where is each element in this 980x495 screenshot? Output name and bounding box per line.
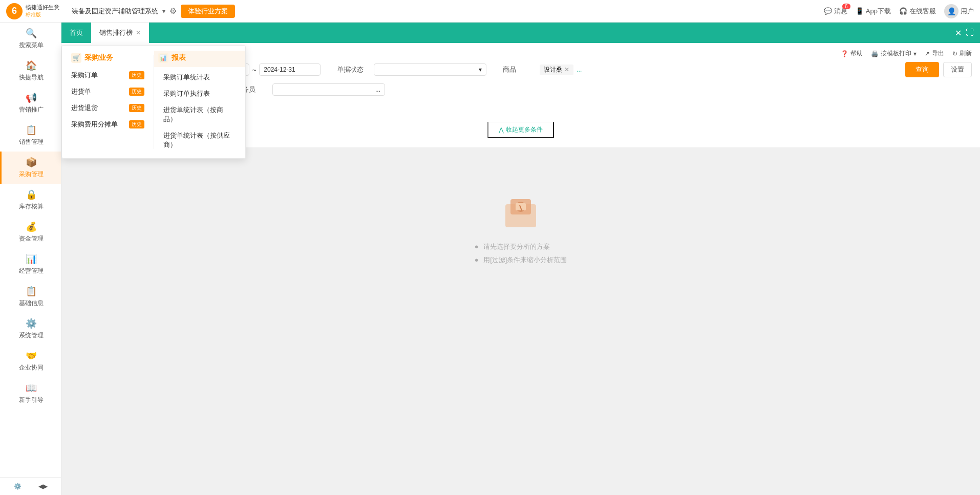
sidebar-label-cooperation: 企业协同	[19, 363, 44, 372]
empty-hints: ● 请先选择要分析的方案 ● 用[过滤]条件来缩小分析范围	[475, 240, 567, 267]
date-end-input[interactable]	[259, 63, 321, 76]
export-btn[interactable]: ↗ 导出	[925, 49, 944, 58]
order-status-select[interactable]: ▾	[374, 63, 486, 76]
sidebar-item-marketing[interactable]: 📢 营销推广	[0, 87, 61, 119]
goods-filter: 设计桑 ✕ ...	[540, 64, 899, 75]
collapse-icon: ⋀	[499, 126, 504, 134]
action-btns: 查询 设置	[905, 62, 972, 77]
goods-more-btn[interactable]: ...	[577, 66, 582, 73]
sidebar-label-newbie: 新手引导	[19, 396, 44, 404]
collapse-btn[interactable]: ⋀ 收起更多条件	[487, 122, 554, 138]
sidebar-item-inventory[interactable]: 🔒 库存核算	[0, 184, 61, 216]
tab-sales-rank[interactable]: 销售排行榜 ✕	[91, 23, 149, 43]
user-menu-btn[interactable]: 👤 用户	[944, 4, 974, 18]
history-badge-4: 历史	[129, 120, 144, 128]
report-section-header: 📊 报表	[154, 51, 246, 67]
sidebar-label-system: 系统管理	[19, 331, 44, 340]
sidebar-label-finance: 资金管理	[19, 234, 44, 243]
sidebar-bottom: ⚙️ ◀▶	[0, 477, 61, 495]
industry-btn[interactable]: 体验行业方案	[181, 5, 235, 18]
basic-icon: 📋	[26, 286, 37, 297]
empty-illustration	[495, 189, 546, 230]
app-download-btn[interactable]: 📱 App下载	[856, 7, 891, 16]
finance-icon: 💰	[26, 221, 37, 232]
hint2: 用[过滤]条件来缩小分析范围	[483, 256, 567, 264]
purchase-section-header: 🛒 采购业务	[67, 51, 148, 67]
help-label: 帮助	[850, 49, 863, 58]
sidebar-collapse-btn[interactable]: ◀▶	[38, 483, 48, 490]
notification-badge: 6	[842, 4, 850, 9]
system-dropdown-btn[interactable]: ▾	[162, 8, 165, 15]
message-icon: 💬	[824, 7, 832, 15]
report-menu-section: 📊 报表 采购订单统计表 采购订单执行表 进货单统计表（按商品） 进货单统计表（…	[154, 51, 246, 153]
purchase-menu-section: 🛒 采购业务 采购订单 历史 进货单 历史 进货退货 历史 采购费用分摊单 历史	[62, 51, 154, 153]
search-icon: 🔍	[26, 28, 37, 39]
sidebar-item-purchase[interactable]: 📦 采购管理	[0, 152, 61, 184]
sidebar-item-newbie[interactable]: 📖 新手引导	[0, 377, 61, 410]
sidebar-item-cooperation[interactable]: 🤝 企业协同	[0, 345, 61, 377]
salesman-select[interactable]: ...	[272, 83, 385, 96]
tab-bar: 首页 销售排行榜 ✕ ✕ ⛶	[61, 23, 980, 43]
sales-icon: 📋	[26, 124, 37, 136]
system-icon: ⚙️	[26, 318, 37, 329]
notification-btn[interactable]: 💬 消息 6	[824, 7, 847, 16]
menu-item-purchase-order[interactable]: 采购订单 历史	[67, 67, 148, 83]
menu-item-purchase-order-stats[interactable]: 采购订单统计表	[159, 69, 241, 85]
history-badge-1: 历史	[129, 71, 144, 79]
refresh-icon: ↻	[952, 50, 957, 57]
menu-item-purchase-order-exec[interactable]: 采购订单执行表	[159, 85, 241, 102]
print-icon: 🖨️	[871, 50, 879, 57]
refresh-btn[interactable]: ↻ 刷新	[952, 49, 972, 58]
purchase-section-title: 采购业务	[84, 53, 113, 62]
print-dropdown-icon: ▾	[913, 50, 917, 57]
setting-btn[interactable]: 设置	[943, 62, 972, 77]
sidebar-item-search[interactable]: 🔍 搜索菜单	[0, 23, 61, 55]
tab-maximize-btn[interactable]: ⛶	[966, 28, 974, 37]
logo-text: 畅捷通好生意	[26, 4, 59, 11]
history-badge-2: 历史	[129, 88, 144, 96]
online-service-btn[interactable]: 🎧 在线客服	[899, 7, 936, 16]
help-btn[interactable]: ❓ 帮助	[841, 49, 863, 58]
app-download-label: App下载	[866, 7, 891, 16]
tab-close-btn[interactable]: ✕	[136, 29, 141, 36]
sidebar-item-basic[interactable]: 📋 基础信息	[0, 281, 61, 313]
settings-btn[interactable]: ⚙	[169, 6, 177, 16]
menu-item-return[interactable]: 进货退货 历史	[67, 100, 148, 116]
goods-tag-close[interactable]: ✕	[564, 66, 569, 73]
purchase-icon: 📦	[26, 157, 37, 168]
sidebar: 🔍 搜索菜单 🏠 快捷导航 📢 营销推广 📋 销售管理 📦 采购管理 🔒 库存核…	[0, 23, 61, 495]
purchase-section-icon: 🛒	[71, 53, 81, 63]
top-header: 6 畅捷通好生意 标准版 装备及固定资产辅助管理系统 ▾ ⚙ 体验行业方案 💬 …	[0, 0, 980, 23]
collapse-label: 收起更多条件	[506, 125, 543, 134]
sidebar-item-sales[interactable]: 📋 销售管理	[0, 119, 61, 152]
report-section-title: 报表	[172, 53, 186, 62]
menu-item-incoming-stats-goods[interactable]: 进货单统计表（按商品）	[159, 102, 241, 127]
refresh-label: 刷新	[960, 49, 972, 58]
marketing-icon: 📢	[26, 92, 37, 103]
logo-edition: 标准版	[26, 11, 59, 18]
user-label: 用户	[961, 7, 974, 16]
sidebar-item-quick-nav[interactable]: 🏠 快捷导航	[0, 55, 61, 87]
sales-rank-tab-label: 销售排行榜	[99, 28, 133, 37]
sidebar-settings-btn[interactable]: ⚙️	[14, 483, 22, 490]
sidebar-label-sales: 销售管理	[19, 138, 44, 146]
salesman-more-btn[interactable]: ...	[375, 86, 380, 93]
sidebar-label-basic: 基础信息	[19, 299, 44, 308]
menu-item-incoming-stats-supplier[interactable]: 进货单统计表（按供应商）	[159, 127, 241, 153]
sidebar-label-operations: 经营管理	[19, 267, 44, 275]
menu-item-incoming[interactable]: 进货单 历史	[67, 83, 148, 100]
sidebar-label-search: 搜索菜单	[19, 41, 44, 50]
dropdown-menu: 🛒 采购业务 采购订单 历史 进货单 历史 进货退货 历史 采购费用分摊单 历史…	[61, 45, 246, 159]
tab-close-all-btn[interactable]: ✕	[955, 28, 962, 38]
sidebar-item-system[interactable]: ⚙️ 系统管理	[0, 313, 61, 345]
tab-home[interactable]: 首页	[61, 23, 91, 43]
headset-icon: 🎧	[899, 7, 907, 15]
print-template-btn[interactable]: 🖨️ 按模板打印 ▾	[871, 49, 917, 58]
sidebar-label-marketing: 营销推广	[19, 105, 44, 114]
sidebar-item-operations[interactable]: 📊 经营管理	[0, 248, 61, 281]
query-btn[interactable]: 查询	[905, 62, 939, 77]
sidebar-item-finance[interactable]: 💰 资金管理	[0, 216, 61, 248]
logo-area: 6 畅捷通好生意 标准版	[6, 3, 68, 19]
menu-item-expense[interactable]: 采购费用分摊单 历史	[67, 116, 148, 133]
sidebar-label-quick-nav: 快捷导航	[19, 73, 44, 82]
